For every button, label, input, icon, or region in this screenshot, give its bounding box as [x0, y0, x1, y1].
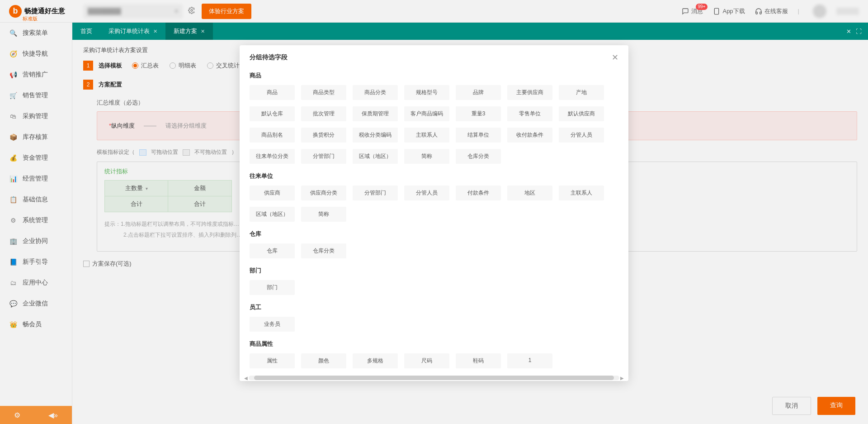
field-chip-grid: 部门	[250, 280, 618, 295]
field-chip[interactable]: 付款条件	[456, 186, 501, 200]
field-section-title: 商品	[250, 71, 618, 80]
field-chip[interactable]: 换货积分	[301, 128, 346, 143]
field-section-title: 员工	[250, 303, 618, 311]
field-chip[interactable]: 尺码	[404, 353, 449, 368]
field-chip[interactable]: 主要供应商	[507, 85, 552, 100]
field-chip[interactable]: 供应商分类	[301, 186, 346, 200]
field-chip[interactable]: 供应商	[250, 186, 295, 200]
field-chip[interactable]: 仓库分类	[301, 243, 346, 258]
field-chip[interactable]: 客户商品编码	[404, 106, 449, 121]
field-chip[interactable]: 重量3	[456, 106, 501, 121]
field-chip[interactable]: 默认仓库	[250, 106, 295, 121]
field-chip[interactable]: 属性	[250, 353, 295, 368]
field-chip-grid: 供应商供应商分类分管部门分管人员付款条件地区主联系人区域（地区）简称	[250, 186, 618, 222]
field-chip[interactable]: 多规格	[353, 353, 398, 368]
field-section: 商品属性属性颜色多规格尺码鞋码1	[250, 340, 618, 368]
field-chip[interactable]: 主联系人	[404, 128, 449, 143]
field-chip[interactable]: 业务员	[250, 317, 295, 332]
field-section: 员工业务员	[250, 303, 618, 332]
field-section-title: 仓库	[250, 230, 618, 238]
modal-close-icon[interactable]: ✕	[612, 52, 618, 62]
field-chip[interactable]: 零售单位	[507, 106, 552, 121]
modal-h-scrollbar[interactable]: ◀ ▶	[240, 375, 628, 381]
field-chip[interactable]: 简称	[301, 207, 346, 222]
field-chip[interactable]: 仓库分类	[456, 149, 501, 164]
field-chip-grid: 仓库仓库分类	[250, 243, 618, 258]
modal-title: 分组待选字段	[250, 53, 288, 62]
field-chip[interactable]: 税收分类编码	[353, 128, 398, 143]
field-chip[interactable]: 规格型号	[404, 85, 449, 100]
field-chip[interactable]: 分管部门	[353, 186, 398, 200]
field-chip[interactable]: 分管人员	[559, 128, 604, 143]
field-chip[interactable]: 颜色	[301, 353, 346, 368]
field-chip[interactable]: 仓库	[250, 243, 295, 258]
field-chip[interactable]: 批次管理	[301, 106, 346, 121]
modal-header: 分组待选字段 ✕	[240, 45, 628, 70]
field-section: 往来单位供应商供应商分类分管部门分管人员付款条件地区主联系人区域（地区）简称	[250, 172, 618, 222]
field-chip[interactable]: 往来单位分类	[250, 149, 295, 164]
field-chip[interactable]: 商品分类	[353, 85, 398, 100]
field-chip[interactable]: 区域（地区）	[250, 207, 295, 222]
field-chip[interactable]: 分管部门	[301, 149, 346, 164]
field-chip[interactable]: 主联系人	[559, 186, 604, 200]
field-chip[interactable]: 分管人员	[404, 186, 449, 200]
field-chip[interactable]: 品牌	[456, 85, 501, 100]
field-chip-grid: 属性颜色多规格尺码鞋码1	[250, 353, 618, 368]
field-chip-grid: 商品商品类型商品分类规格型号品牌主要供应商产地默认仓库批次管理保质期管理客户商品…	[250, 85, 618, 164]
field-section: 仓库仓库仓库分类	[250, 230, 618, 258]
modal-body[interactable]: 商品商品商品类型商品分类规格型号品牌主要供应商产地默认仓库批次管理保质期管理客户…	[240, 70, 628, 375]
field-chip[interactable]: 保质期管理	[353, 106, 398, 121]
field-section-title: 往来单位	[250, 172, 618, 180]
modal-overlay[interactable]: 分组待选字段 ✕ 商品商品商品类型商品分类规格型号品牌主要供应商产地默认仓库批次…	[0, 0, 868, 424]
field-chip[interactable]: 结算单位	[456, 128, 501, 143]
field-chip[interactable]: 鞋码	[456, 353, 501, 368]
field-chip[interactable]: 默认供应商	[559, 106, 604, 121]
field-section-title: 商品属性	[250, 340, 618, 348]
field-chip[interactable]: 商品类型	[301, 85, 346, 100]
field-chip[interactable]: 1	[507, 353, 552, 368]
field-chip[interactable]: 商品别名	[250, 128, 295, 143]
field-chip[interactable]: 商品	[250, 85, 295, 100]
field-chip[interactable]: 地区	[507, 186, 552, 200]
field-section: 商品商品商品类型商品分类规格型号品牌主要供应商产地默认仓库批次管理保质期管理客户…	[250, 71, 618, 164]
field-chip[interactable]: 区域（地区）	[353, 149, 398, 164]
field-chip[interactable]: 简称	[404, 149, 449, 164]
field-section-title: 部门	[250, 267, 618, 275]
field-chip[interactable]: 收付款条件	[507, 128, 552, 143]
field-chip-grid: 业务员	[250, 317, 618, 332]
field-chip[interactable]: 部门	[250, 280, 295, 295]
field-section: 部门部门	[250, 267, 618, 295]
field-selector-modal: 分组待选字段 ✕ 商品商品商品类型商品分类规格型号品牌主要供应商产地默认仓库批次…	[240, 45, 628, 381]
field-chip[interactable]: 产地	[559, 85, 604, 100]
